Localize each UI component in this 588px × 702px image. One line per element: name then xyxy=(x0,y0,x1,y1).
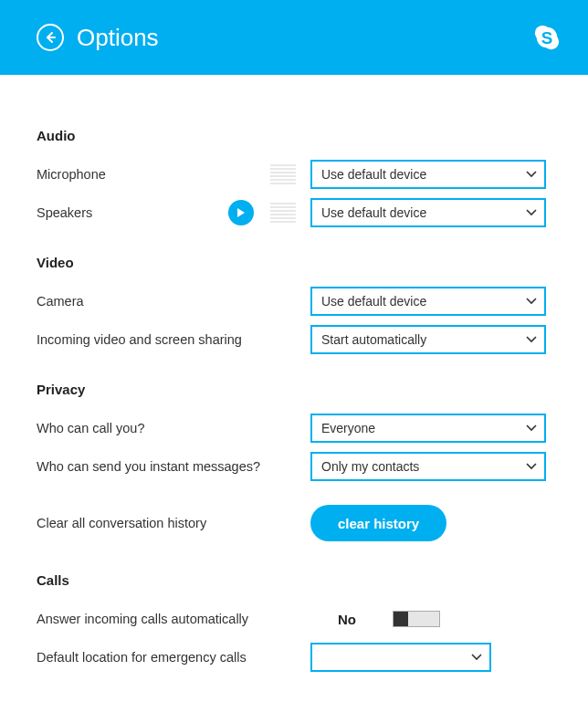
row-who-can-im: Who can send you instant messages? Only … xyxy=(37,448,551,485)
select-microphone[interactable]: Use default device xyxy=(310,160,546,189)
speaker-level-meter-icon xyxy=(270,203,296,223)
section-title-calls: Calls xyxy=(37,572,551,588)
header-bar: Options S xyxy=(0,0,588,75)
select-microphone-value: Use default device xyxy=(312,167,519,182)
toggle-knob-icon xyxy=(394,612,408,626)
microphone-level-meter-icon xyxy=(270,164,296,184)
auto-answer-toggle[interactable] xyxy=(393,611,440,627)
chevron-down-icon xyxy=(519,336,544,343)
microphone-meter-wrap xyxy=(270,164,301,184)
label-camera: Camera xyxy=(37,294,310,309)
row-auto-answer: Answer incoming calls automatically No xyxy=(37,601,551,637)
play-icon xyxy=(236,207,246,218)
row-incoming-video: Incoming video and screen sharing Start … xyxy=(37,321,551,358)
select-camera[interactable]: Use default device xyxy=(310,287,546,316)
clear-history-button[interactable]: clear history xyxy=(310,505,446,541)
label-incoming-video: Incoming video and screen sharing xyxy=(37,332,310,347)
chevron-down-icon xyxy=(464,654,489,661)
select-who-can-im[interactable]: Only my contacts xyxy=(310,452,546,481)
label-microphone-text: Microphone xyxy=(37,167,106,182)
back-button[interactable] xyxy=(37,24,64,51)
chevron-down-icon xyxy=(519,424,544,432)
row-who-can-call: Who can call you? Everyone xyxy=(37,410,551,446)
row-camera: Camera Use default device xyxy=(37,283,551,320)
label-auto-answer: Answer incoming calls automatically xyxy=(37,612,338,626)
chevron-down-icon xyxy=(519,209,544,216)
auto-answer-value: No xyxy=(338,612,393,627)
label-who-can-call: Who can call you? xyxy=(37,421,310,435)
test-speaker-button[interactable] xyxy=(228,200,254,225)
select-who-can-call[interactable]: Everyone xyxy=(310,414,546,443)
section-title-video: Video xyxy=(37,255,551,270)
chevron-down-icon xyxy=(519,298,544,305)
select-who-can-call-value: Everyone xyxy=(312,421,519,435)
skype-logo-icon: S xyxy=(533,24,561,51)
content-area: Audio Microphone Use default device Spea… xyxy=(0,75,588,676)
chevron-down-icon xyxy=(519,463,544,470)
select-who-can-im-value: Only my contacts xyxy=(312,459,519,474)
back-arrow-icon xyxy=(44,31,57,44)
section-title-audio: Audio xyxy=(37,128,551,143)
select-emergency-location[interactable] xyxy=(310,643,491,672)
select-speakers[interactable]: Use default device xyxy=(310,198,546,227)
select-incoming-video-value: Start automatically xyxy=(312,332,519,347)
row-clear-history: Clear all conversation history clear his… xyxy=(37,505,551,541)
label-who-can-im: Who can send you instant messages? xyxy=(37,459,310,474)
header-left: Options xyxy=(37,24,159,52)
section-title-privacy: Privacy xyxy=(37,382,551,397)
speakers-controls-wrap xyxy=(228,200,301,225)
row-microphone: Microphone Use default device xyxy=(37,156,551,193)
label-microphone: Microphone xyxy=(37,164,310,184)
svg-text:S: S xyxy=(541,28,553,47)
row-emergency-location: Default location for emergency calls xyxy=(37,639,551,676)
label-emergency-location: Default location for emergency calls xyxy=(37,650,338,665)
label-speakers-text: Speakers xyxy=(37,205,92,220)
label-speakers: Speakers xyxy=(37,200,310,225)
page-title: Options xyxy=(77,24,159,52)
select-speakers-value: Use default device xyxy=(312,205,519,220)
select-camera-value: Use default device xyxy=(312,294,519,309)
row-speakers: Speakers Use default device xyxy=(37,194,551,231)
chevron-down-icon xyxy=(519,171,544,178)
label-clear-history: Clear all conversation history xyxy=(37,516,310,530)
select-incoming-video[interactable]: Start automatically xyxy=(310,325,546,354)
